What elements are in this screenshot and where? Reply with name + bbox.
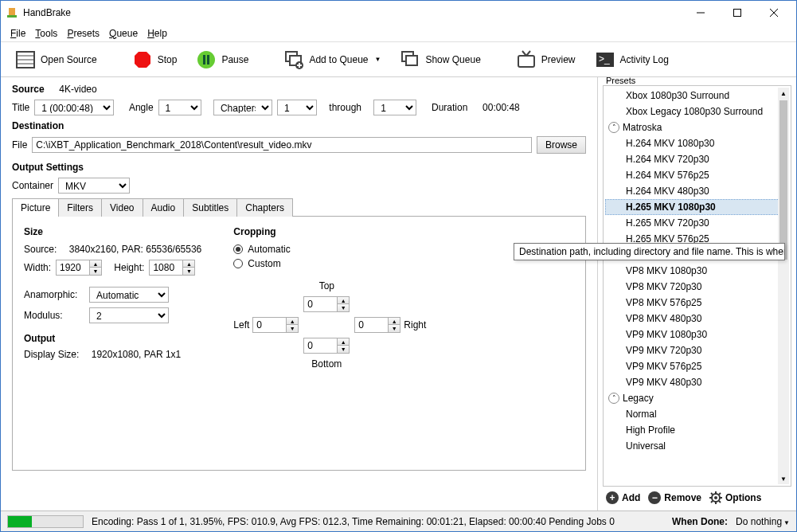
crop-top-spinner[interactable]: ▲▼ (303, 296, 350, 312)
crop-automatic-radio[interactable]: Automatic (233, 244, 426, 255)
crop-auto-label: Automatic (248, 244, 290, 255)
modulus-select[interactable]: 2 (89, 307, 169, 323)
tab-subtitles[interactable]: Subtitles (183, 198, 237, 217)
crop-right-spinner[interactable]: ▲▼ (354, 317, 400, 333)
width-spinner[interactable]: ▲▼ (56, 260, 102, 276)
chevron-up-icon: ˄ (608, 122, 619, 133)
when-done-value: Do nothing (736, 516, 782, 527)
tab-chapters[interactable]: Chapters (236, 198, 293, 217)
preset-remove-button[interactable]: −Remove (648, 491, 701, 504)
preset-group[interactable]: ˄Legacy (605, 390, 789, 406)
menu-file[interactable]: File (6, 26, 30, 41)
height-spinner[interactable]: ▲▼ (149, 260, 195, 276)
tooltip: Destination path, including directory an… (514, 243, 785, 260)
anamorphic-select[interactable]: Automatic (89, 287, 169, 303)
through-label: through (329, 102, 361, 113)
crop-bottom-spinner[interactable]: ▲▼ (303, 338, 350, 354)
menu-tools[interactable]: Tools (30, 26, 62, 41)
terminal-icon: >_ (595, 49, 615, 70)
preset-item[interactable]: H.264 MKV 480p30 (605, 183, 789, 199)
chapter-to-select[interactable]: 1 (373, 100, 416, 115)
preview-button[interactable]: Preview (510, 46, 582, 73)
preset-item[interactable]: H.264 MKV 720p30 (605, 151, 789, 167)
toolbar: Open Source Stop Pause Add to Queue ▼ Sh… (1, 42, 796, 77)
tab-picture[interactable]: Picture (12, 198, 59, 217)
preset-item[interactable]: VP8 MKV 576p25 (605, 295, 789, 311)
preset-item[interactable]: VP8 MKV 1080p30 (605, 263, 789, 279)
scroll-down-button[interactable]: ▼ (778, 473, 789, 484)
svg-line-32 (711, 493, 713, 495)
container-select[interactable]: MKV (58, 178, 130, 194)
plus-icon: + (606, 491, 619, 504)
show-queue-button[interactable]: Show Queue (393, 46, 486, 73)
scroll-up-button[interactable]: ▲ (778, 88, 789, 99)
source-label: Source (12, 84, 45, 95)
height-input[interactable] (149, 260, 182, 276)
activity-label: Activity Log (620, 54, 669, 65)
maximize-button[interactable] (720, 2, 755, 23)
crop-right-label: Right (404, 319, 426, 331)
crop-left-spinner[interactable]: ▲▼ (252, 317, 299, 333)
crop-left-label: Left (233, 319, 249, 331)
source-dim-label: Source: (24, 244, 57, 255)
angle-select[interactable]: 1 (158, 100, 201, 115)
radio-icon (233, 259, 243, 268)
preset-item[interactable]: VP9 MKV 720p30 (605, 342, 789, 358)
menu-queue[interactable]: Queue (104, 26, 143, 41)
preset-item[interactable]: VP8 MKV 720p30 (605, 279, 789, 295)
stop-button[interactable]: Stop (126, 46, 184, 73)
queue-icon (400, 49, 420, 70)
scroll-thumb[interactable] (779, 100, 787, 260)
width-input[interactable] (56, 260, 89, 276)
crop-custom-radio[interactable]: Custom (233, 258, 426, 269)
activity-log-button[interactable]: >_ Activity Log (588, 46, 675, 73)
chapters-mode-select[interactable]: Chapters (213, 100, 272, 115)
crop-right-input[interactable] (354, 317, 388, 333)
dropdown-icon: ▼ (783, 519, 790, 526)
pause-button[interactable]: Pause (189, 46, 255, 73)
menu-help[interactable]: Help (143, 26, 172, 41)
when-done-label: When Done: (672, 516, 728, 527)
tab-audio[interactable]: Audio (143, 198, 185, 217)
when-done-select[interactable]: Do nothing▼ (736, 516, 790, 527)
open-source-button[interactable]: Open Source (9, 46, 104, 73)
preset-item[interactable]: VP9 MKV 480p30 (605, 374, 789, 390)
preset-group[interactable]: ˄Matroska (605, 119, 789, 135)
scrollbar[interactable]: ▲ ▼ (778, 88, 789, 484)
svg-rect-12 (203, 55, 205, 65)
tab-filters[interactable]: Filters (58, 198, 102, 217)
menu-presets[interactable]: Presets (62, 26, 104, 41)
crop-top-input[interactable] (303, 296, 337, 312)
title-select[interactable]: 1 (00:00:48) (34, 100, 114, 115)
preset-item[interactable]: VP8 MKV 480p30 (605, 311, 789, 327)
window-title: HandBrake (23, 7, 683, 18)
presets-list[interactable]: ▲ ▼ Xbox 1080p30 SurroundXbox Legacy 108… (603, 85, 791, 487)
minimize-button[interactable] (683, 2, 718, 23)
destination-label: Destination (12, 120, 586, 131)
preset-item[interactable]: VP9 MKV 576p25 (605, 358, 789, 374)
preset-item[interactable]: High Profile (605, 422, 789, 438)
main-panel: Source 4K-video Title 1 (00:00:48) Angle… (1, 77, 597, 510)
preset-item[interactable]: Xbox Legacy 1080p30 Surround (605, 104, 789, 119)
preset-item[interactable]: VP9 MKV 1080p30 (605, 327, 789, 342)
dropdown-icon: ▼ (375, 56, 381, 63)
preset-item[interactable]: H.265 MKV 720p30 (605, 215, 789, 231)
preset-item[interactable]: H.264 MKV 1080p30 (605, 135, 789, 151)
preset-item[interactable]: Xbox 1080p30 Surround (605, 88, 789, 104)
tab-video[interactable]: Video (101, 198, 143, 217)
svg-text:>_: >_ (599, 53, 610, 65)
add-to-queue-button[interactable]: Add to Queue ▼ (277, 46, 387, 73)
destination-file-input[interactable] (32, 137, 532, 153)
preset-options-button[interactable]: Options (709, 491, 761, 504)
close-button[interactable] (756, 2, 791, 23)
preset-item[interactable]: H.265 MKV 1080p30 (605, 199, 789, 215)
preset-item[interactable]: Normal (605, 406, 789, 422)
chapter-from-select[interactable]: 1 (277, 100, 317, 115)
preset-item[interactable]: Universal (605, 438, 789, 454)
preset-add-button[interactable]: +Add (606, 491, 640, 504)
crop-left-input[interactable] (252, 317, 286, 333)
preset-item[interactable]: H.264 MKV 576p25 (605, 167, 789, 183)
crop-bottom-input[interactable] (303, 338, 337, 354)
browse-button[interactable]: Browse (537, 136, 586, 154)
svg-rect-21 (518, 56, 534, 67)
